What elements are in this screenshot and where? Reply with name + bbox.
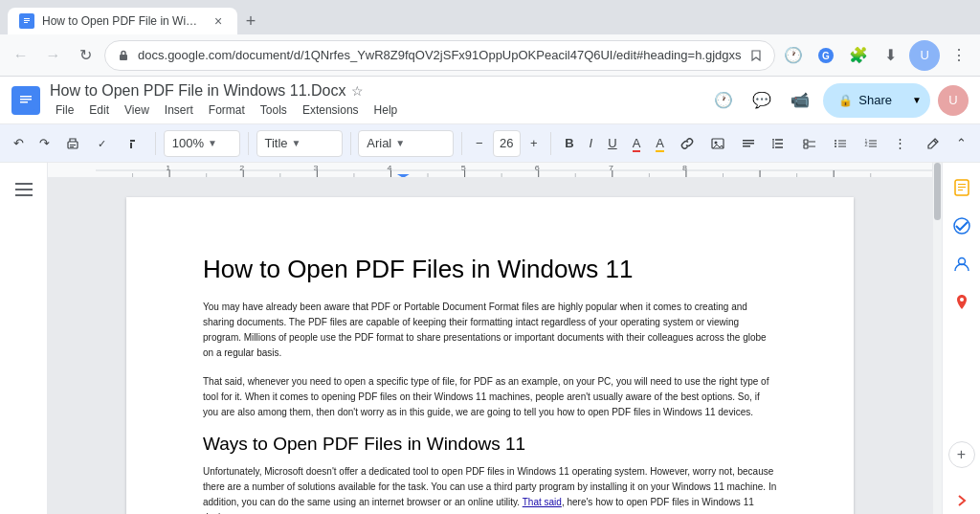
svg-rect-71 — [958, 184, 966, 185]
svg-text:8: 8 — [682, 165, 688, 172]
maps-icon[interactable] — [948, 289, 975, 316]
gdocs-header-actions: 🕐 💬 📹 🔒 Share ▼ U — [708, 83, 969, 118]
italic-button[interactable]: I — [584, 130, 599, 157]
refresh-button[interactable]: ↻ — [72, 40, 99, 71]
svg-text:7: 7 — [609, 165, 614, 172]
contacts-icon[interactable] — [948, 251, 975, 278]
gdocs-toolbar: ↶ ↷ ✓ 100% ▼ Title ▼ Arial ▼ − 26 + B I … — [0, 124, 980, 163]
scroll-right-button[interactable] — [956, 491, 968, 510]
share-button[interactable]: 🔒 Share — [823, 83, 903, 118]
meet-icon[interactable]: 📹 — [785, 85, 815, 116]
doc-heading-2[interactable]: Ways to Open PDF Files in Windows 11 — [203, 434, 777, 455]
tab-favicon — [19, 13, 34, 29]
doc-link[interactable]: That said — [523, 497, 562, 507]
menu-view[interactable]: View — [119, 101, 155, 119]
extensions-icon[interactable]: 🧩 — [845, 40, 872, 71]
zoom-dropdown-arrow: ▼ — [208, 138, 217, 148]
svg-text:3: 3 — [313, 165, 319, 172]
doc-paragraph-1[interactable]: You may have already been aware that PDF… — [203, 300, 777, 361]
line-spacing-button[interactable] — [766, 130, 792, 157]
svg-rect-3 — [24, 22, 28, 23]
lock-icon — [117, 49, 130, 62]
svg-rect-34 — [869, 143, 877, 144]
text-color-button[interactable]: A — [627, 130, 647, 157]
tab-close-button[interactable]: × — [211, 13, 226, 29]
google-icon: G — [817, 47, 835, 64]
align-button[interactable] — [735, 130, 762, 157]
svg-rect-2 — [24, 20, 30, 21]
font-dropdown[interactable]: Arial ▼ — [358, 130, 454, 157]
font-size-input[interactable]: 26 — [493, 130, 521, 157]
download-icon[interactable]: ⬇ — [878, 40, 904, 71]
insert-link-button[interactable] — [674, 130, 701, 157]
version-history-icon[interactable]: 🕐 — [708, 85, 739, 116]
doc-paragraph-2[interactable]: That said, whenever you need to open a s… — [203, 374, 777, 420]
address-bar[interactable]: docs.google.com/document/d/1QNrfes_YwR8Z… — [104, 40, 775, 71]
share-dropdown-arrow[interactable]: ▼ — [903, 83, 930, 118]
active-tab[interactable]: How to Open PDF File in Wind... × — [8, 8, 237, 34]
more-options-button[interactable]: ⋮ — [888, 130, 912, 157]
menu-format[interactable]: Format — [203, 101, 251, 119]
star-button[interactable]: ☆ — [351, 83, 364, 99]
history-icon[interactable]: 🕐 — [781, 40, 808, 71]
vertical-scrollbar[interactable] — [932, 163, 942, 514]
user-avatar-header[interactable]: U — [938, 85, 969, 116]
svg-rect-20 — [743, 145, 750, 147]
separator4 — [461, 132, 462, 155]
sidebar-toggle-button[interactable] — [9, 174, 39, 205]
svg-rect-1 — [24, 18, 30, 19]
checklist-button[interactable] — [796, 130, 823, 157]
new-tab-button[interactable]: + — [237, 8, 264, 34]
add-apps-button[interactable]: + — [948, 441, 975, 468]
menu-extensions[interactable]: Extensions — [297, 101, 365, 119]
increase-font-button[interactable]: + — [524, 130, 544, 157]
svg-text:5: 5 — [461, 165, 467, 172]
svg-rect-9 — [20, 99, 32, 101]
menu-file[interactable]: File — [50, 101, 79, 119]
insert-image-button[interactable] — [704, 130, 731, 157]
tasks-icon[interactable] — [948, 212, 975, 239]
pen-tool-button[interactable] — [920, 130, 947, 157]
svg-rect-22 — [804, 145, 808, 148]
svg-rect-30 — [838, 145, 846, 146]
svg-rect-28 — [838, 140, 846, 141]
zoom-dropdown[interactable]: 100% ▼ — [164, 130, 240, 157]
gdocs-logo — [11, 86, 40, 115]
bullet-list-button[interactable] — [827, 130, 854, 157]
svg-rect-36 — [15, 183, 33, 185]
doc-paragraph-3[interactable]: Unfortunately, Microsoft doesn't offer a… — [203, 464, 777, 514]
scrollbar-thumb[interactable] — [934, 163, 941, 220]
print-button[interactable] — [59, 130, 86, 157]
profile-icon[interactable]: U — [909, 40, 940, 71]
menu-tools[interactable]: Tools — [255, 101, 293, 119]
decrease-font-button[interactable]: − — [470, 130, 489, 157]
collapse-toolbar-button[interactable]: ⌃ — [950, 130, 972, 157]
style-dropdown[interactable]: Title ▼ — [256, 130, 343, 157]
undo-button[interactable]: ↶ — [8, 130, 30, 157]
comments-icon[interactable]: 💬 — [746, 85, 777, 116]
svg-marker-69 — [397, 174, 410, 177]
notes-icon[interactable] — [948, 174, 975, 201]
svg-rect-8 — [20, 96, 32, 98]
redo-button[interactable]: ↷ — [33, 130, 56, 157]
spell-check-button[interactable]: ✓ — [90, 130, 117, 157]
menu-help[interactable]: Help — [368, 101, 404, 119]
svg-rect-10 — [20, 101, 28, 103]
doc-page: How to Open PDF Files in Windows 11 You … — [126, 197, 854, 514]
svg-point-76 — [960, 298, 964, 302]
browser-tabs: How to Open PDF File in Wind... × + — [8, 0, 264, 34]
forward-button[interactable]: → — [40, 40, 67, 71]
google-apps-icon[interactable]: G — [813, 40, 839, 71]
numbered-list-button[interactable]: 1.2. — [858, 130, 884, 157]
svg-rect-15 — [130, 143, 132, 148]
document-filename[interactable]: How to Open PDF File in Windows 11.Docx — [50, 82, 345, 100]
paint-format-button[interactable] — [121, 130, 147, 157]
highlight-button[interactable]: A — [650, 130, 670, 157]
menu-insert[interactable]: Insert — [159, 101, 199, 119]
bold-button[interactable]: B — [559, 130, 579, 157]
menu-edit[interactable]: Edit — [83, 101, 115, 119]
doc-title[interactable]: How to Open PDF Files in Windows 11 — [203, 255, 777, 284]
back-button[interactable]: ← — [8, 40, 34, 71]
menu-icon[interactable]: ⋮ — [946, 40, 972, 71]
underline-button[interactable]: U — [602, 130, 622, 157]
